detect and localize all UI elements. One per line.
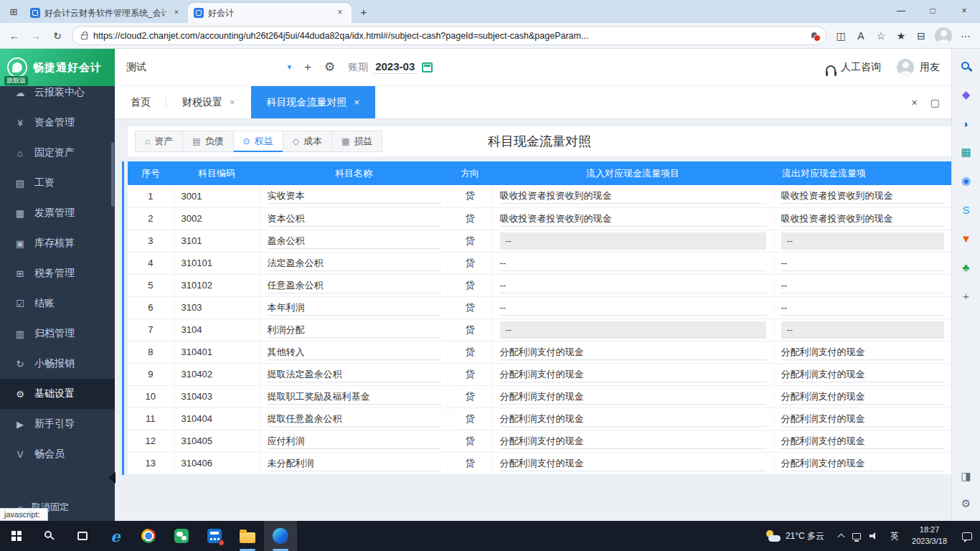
flow-field[interactable]: 分配利润支付的现金 <box>781 433 945 449</box>
volume-icon[interactable] <box>870 532 877 540</box>
fullscreen-icon[interactable]: ▢ <box>930 97 940 108</box>
taskbar-clock[interactable]: 18:27 2023/3/18 <box>905 524 954 547</box>
taskbar-app-calculator[interactable] <box>198 521 231 551</box>
accounting-period[interactable]: 账期 2023-03 <box>348 60 433 74</box>
period-value[interactable]: 2023-03 <box>374 60 416 74</box>
direction-cell[interactable]: 贷 <box>448 363 492 385</box>
subject-name-cell[interactable]: 提取法定盈余公积 <box>260 363 448 385</box>
add-favorite-icon[interactable]: ☆ <box>871 26 891 46</box>
outflow-cell[interactable]: 吸收投资者投资收到的现金 <box>773 185 951 207</box>
sidebar-item-tax[interactable]: ⊞税务管理 <box>0 258 115 288</box>
app-tab-home[interactable]: 首页 <box>115 86 166 118</box>
subject-name-cell[interactable]: 应付利润 <box>260 430 448 452</box>
flow-field[interactable]: -- <box>781 255 945 271</box>
flow-field[interactable]: 分配利润支付的现金 <box>500 456 766 471</box>
new-tab-button[interactable]: + <box>354 2 373 21</box>
bing-search-icon[interactable] <box>958 57 975 75</box>
inflow-cell[interactable]: -- <box>492 296 773 319</box>
flow-field[interactable]: 吸收投资者投资收到的现金 <box>500 211 766 227</box>
tab-actions-menu-icon[interactable]: ⊞ <box>4 2 23 21</box>
flow-field[interactable]: -- <box>781 278 945 293</box>
direction-cell[interactable]: 贷 <box>448 430 492 452</box>
outflow-cell[interactable]: -- <box>773 296 951 319</box>
flow-field[interactable]: 吸收投资者投资收到的现金 <box>500 188 766 204</box>
drop-icon[interactable]: ▼ <box>958 230 975 247</box>
read-aloud-icon[interactable]: A <box>851 26 871 46</box>
sidebar-item-basic-settings[interactable]: ⚙基础设置 <box>0 379 115 409</box>
tab-close-icon[interactable]: × <box>171 7 182 19</box>
add-account-set-button[interactable]: + <box>304 60 311 75</box>
direction-cell[interactable]: 贷 <box>448 319 492 341</box>
direction-cell[interactable]: 贷 <box>448 252 492 274</box>
subject-name-cell[interactable]: 未分配利润 <box>260 452 448 474</box>
direction-cell[interactable]: 贷 <box>448 408 492 430</box>
discover-icon[interactable]: ◆ <box>958 86 975 103</box>
minimize-button[interactable]: — <box>885 0 917 22</box>
outflow-cell[interactable]: -- <box>773 319 951 341</box>
flow-field[interactable]: 分配利润支付的现金 <box>781 456 945 471</box>
taskbar-app-explorer[interactable] <box>231 521 264 551</box>
account-settings-gear-icon[interactable]: ⚙ <box>324 60 335 75</box>
tab-close-icon[interactable]: × <box>230 97 235 108</box>
tab-close-icon[interactable]: × <box>334 7 346 19</box>
outflow-cell[interactable]: -- <box>773 230 951 252</box>
flow-field[interactable]: 分配利润支付的现金 <box>781 389 945 405</box>
direction-cell[interactable]: 贷 <box>448 230 492 252</box>
flow-field[interactable]: -- <box>500 278 766 293</box>
inflow-cell[interactable]: -- <box>492 274 773 296</box>
subject-name-cell[interactable]: 提取职工奖励及福利基金 <box>260 385 448 408</box>
address-bar[interactable]: https://cloud2.chanjet.com/accounting/uh… <box>72 26 826 45</box>
outflow-cell[interactable]: 分配利润支付的现金 <box>773 385 951 408</box>
subject-name-cell[interactable]: 其他转入 <box>260 341 448 363</box>
refresh-button[interactable]: ↻ <box>47 26 67 46</box>
outflow-cell[interactable]: 分配利润支付的现金 <box>773 408 951 430</box>
flow-field[interactable]: 分配利润支付的现金 <box>781 367 945 382</box>
outflow-cell[interactable]: -- <box>773 252 951 274</box>
taskbar-app-ie[interactable]: e <box>99 521 132 551</box>
direction-cell[interactable]: 贷 <box>448 274 492 296</box>
subject-name-cell[interactable]: 本年利润 <box>260 296 448 319</box>
subject-name-cell[interactable]: 资本公积 <box>260 207 448 230</box>
action-center-button[interactable] <box>954 521 980 551</box>
split-screen-icon[interactable]: ◫ <box>831 26 851 46</box>
flow-field[interactable]: 分配利润支付的现金 <box>500 344 766 360</box>
subject-name-cell[interactable]: 任意盈余公积 <box>260 274 448 296</box>
category-tab-equity[interactable]: ⊙权益 <box>233 131 283 152</box>
inflow-cell[interactable]: 吸收投资者投资收到的现金 <box>492 207 773 230</box>
inflow-cell[interactable]: 分配利润支付的现金 <box>492 341 773 363</box>
category-tab-liabilities[interactable]: ▤负债 <box>182 131 233 152</box>
inflow-cell[interactable]: 分配利润支付的现金 <box>492 385 773 408</box>
taskbar-search-button[interactable] <box>33 521 66 551</box>
flow-field[interactable]: -- <box>781 300 945 316</box>
inflow-cell[interactable]: 分配利润支付的现金 <box>492 408 773 430</box>
flow-field[interactable]: 分配利润支付的现金 <box>500 411 766 427</box>
notifications-blocked-icon[interactable] <box>810 32 819 40</box>
start-button[interactable] <box>0 521 33 551</box>
outflow-cell[interactable]: 分配利润支付的现金 <box>773 430 951 452</box>
account-set-dropdown[interactable]: 测试 ▾ <box>126 61 291 74</box>
close-all-tabs-icon[interactable]: × <box>912 97 918 108</box>
tab-close-icon[interactable]: × <box>354 97 360 108</box>
sidebar-item-fixed-assets[interactable]: ⌂固定资产 <box>0 138 115 168</box>
profile-button[interactable] <box>933 26 954 46</box>
category-tab-assets[interactable]: ⌂资产 <box>135 131 183 152</box>
outflow-cell[interactable]: 分配利润支付的现金 <box>773 341 951 363</box>
outflow-cell[interactable]: -- <box>773 274 951 296</box>
sidebar-item-archive[interactable]: ▥归档管理 <box>0 319 115 349</box>
flow-field[interactable]: 分配利润支付的现金 <box>500 389 766 405</box>
inflow-cell[interactable]: 吸收投资者投资收到的现金 <box>492 185 773 207</box>
flow-field[interactable]: -- <box>500 255 766 271</box>
direction-cell[interactable]: 贷 <box>448 341 492 363</box>
sidebar-item-guide[interactable]: ▶新手引导 <box>0 409 115 439</box>
shopping-icon[interactable]: ◗ <box>958 115 975 132</box>
lock-icon[interactable] <box>81 34 88 39</box>
user-menu[interactable]: 用友 <box>897 59 940 76</box>
sidebar-item-reimburse[interactable]: ↻小畅报销 <box>0 349 115 379</box>
flow-field[interactable]: 分配利润支付的现金 <box>781 344 945 360</box>
direction-cell[interactable]: 贷 <box>448 207 492 230</box>
sidebar-item-inventory[interactable]: ▣库存核算 <box>0 228 115 258</box>
ime-indicator[interactable]: 英 <box>885 530 905 542</box>
subject-name-cell[interactable]: 提取任意盈余公积 <box>260 408 448 430</box>
direction-cell[interactable]: 贷 <box>448 185 492 207</box>
subject-name-cell[interactable]: 实收资本 <box>260 185 448 207</box>
